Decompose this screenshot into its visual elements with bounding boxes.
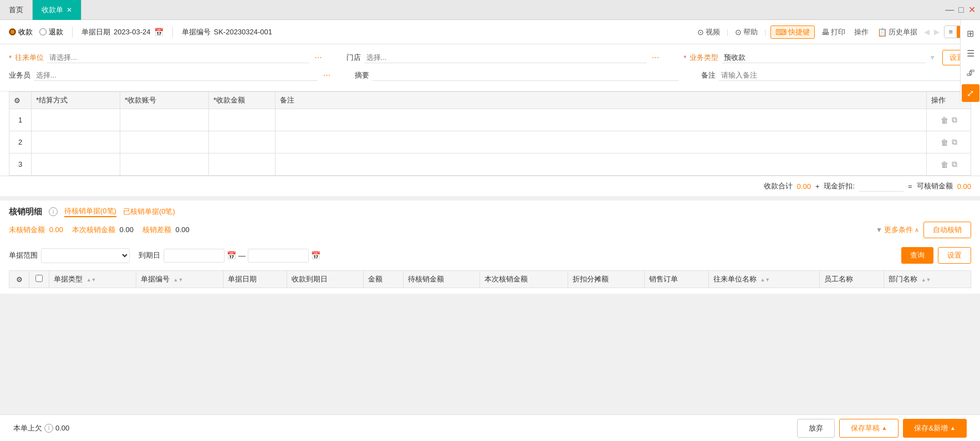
right-sidebar: ⊞ ☰ 🖇 ⤢ [960, 20, 980, 102]
staff-more-btn[interactable]: ··· [321, 70, 333, 80]
row-2-account[interactable] [120, 131, 209, 153]
window-maximize-btn[interactable]: □ [958, 5, 964, 15]
receipt-radio[interactable] [9, 28, 16, 35]
remark-input[interactable] [719, 70, 960, 81]
sidebar-expand-icon[interactable]: ⤢ [962, 84, 979, 102]
total-value: 0.00 [797, 182, 811, 191]
tab-receipt-close[interactable]: ✕ [67, 6, 72, 14]
date-separator: — [238, 252, 246, 260]
table-row: 1 🗑 ⧉ [9, 109, 971, 131]
row-3-account[interactable] [120, 153, 209, 176]
staff-input[interactable] [34, 70, 318, 81]
uncanceled-label: 未核销金额 [9, 225, 45, 234]
draft-btn-label: 保存草稿 [851, 423, 880, 433]
bt-company-sort[interactable]: ▲▼ [760, 278, 770, 283]
row-2-delete-btn[interactable]: 🗑 [941, 138, 948, 147]
footer-stat-info-icon[interactable]: i [44, 424, 53, 433]
row-3-amount[interactable] [209, 153, 275, 176]
business-type-arrow[interactable]: ▼ [929, 54, 936, 61]
sidebar-clip-icon[interactable]: 🖇 [962, 64, 979, 82]
select-all-checkbox[interactable] [35, 275, 43, 282]
shortcut-btn[interactable]: ⌨ 快捷键 [770, 25, 815, 39]
tab-receipt[interactable]: 收款单 ✕ [33, 0, 81, 20]
verif-done-tab[interactable]: 已核销单据(0笔) [123, 207, 175, 217]
verif-pending-tab[interactable]: 待核销单据(0笔) [64, 206, 116, 217]
row-1-remark[interactable] [275, 109, 927, 131]
window-close-btn[interactable]: ✕ [968, 4, 976, 15]
discard-btn[interactable]: 放弃 [797, 419, 835, 438]
row-2-remark[interactable] [275, 131, 927, 153]
table-header-gear[interactable]: ⚙ [9, 92, 32, 109]
date-calendar-icon[interactable]: 📅 [154, 28, 164, 37]
shop-input[interactable] [364, 52, 646, 63]
refund-radio[interactable] [39, 28, 47, 35]
sidebar-list-icon[interactable]: ☰ [962, 44, 979, 62]
bt-header-due: 收款到期日 [287, 271, 364, 288]
counterpart-more-btn[interactable]: ··· [312, 53, 324, 63]
range-select[interactable] [41, 248, 130, 263]
video-btn[interactable]: ⊙ 视频 [695, 26, 722, 38]
row-3-delete-btn[interactable]: 🗑 [941, 160, 948, 169]
help-btn[interactable]: ⊙ 帮助 [733, 26, 760, 38]
business-type-label: 业务类型 [690, 53, 718, 63]
row-2-copy-btn[interactable]: ⧉ [952, 137, 957, 147]
bt-header-gear[interactable]: ⚙ [9, 271, 29, 288]
gear-icon-header: ⚙ [14, 96, 21, 105]
counterpart-input[interactable] [47, 52, 309, 63]
date-from-calendar-icon[interactable]: 📅 [227, 251, 236, 260]
discount-label: 现金折扣: [824, 181, 855, 191]
row-3-copy-btn[interactable]: ⧉ [952, 160, 957, 169]
tab-home[interactable]: 首页 [0, 0, 33, 20]
print-btn[interactable]: 🖶 打印 [819, 26, 848, 38]
table-row: 2 🗑 ⧉ [9, 131, 971, 153]
query-btn[interactable]: 查询 [901, 247, 933, 264]
business-type-star: * [683, 54, 686, 62]
row-3-remark[interactable] [275, 153, 927, 176]
bt-number-sort[interactable]: ▲▼ [173, 278, 183, 283]
filter-settings-btn[interactable]: 设置 [938, 247, 971, 264]
row-1-delete-btn[interactable]: 🗑 [941, 116, 948, 125]
receipt-type-group: 收款 退款 [9, 27, 63, 37]
row-1-amount[interactable] [209, 109, 275, 131]
bt-dept-sort[interactable]: ▲▼ [921, 278, 931, 283]
history-btn[interactable]: 📋 历史单据 [875, 26, 920, 38]
discount-input[interactable] [859, 181, 904, 192]
more-conditions-btn[interactable]: ▼ 更多条件 ∧ [876, 225, 919, 235]
verif-header: 核销明细 i 待核销单据(0笔) 已核销单据(0笔) [9, 206, 971, 217]
more-conditions-label: 更多条件 [884, 225, 913, 235]
row-2-idx: 2 [9, 131, 32, 153]
bt-header-checkbox[interactable] [29, 271, 49, 288]
summary-input[interactable] [372, 70, 678, 81]
save-new-btn[interactable]: 保存&新增 ▲ [903, 419, 967, 438]
operation-btn[interactable]: 操作 [852, 26, 871, 38]
layout-list-btn[interactable]: ≡ [945, 26, 957, 38]
business-type-input[interactable] [722, 52, 926, 63]
window-minimize-btn[interactable]: — [945, 5, 954, 15]
row-2-settle[interactable] [32, 131, 120, 153]
row-1-account[interactable] [120, 109, 209, 131]
shop-more-btn[interactable]: ··· [650, 53, 661, 63]
form-area: * 往来单位 ··· 门店 ··· * 业务类型 ▼ 设置 [0, 44, 980, 91]
refund-radio-label[interactable]: 退款 [39, 27, 63, 37]
total-label: 收款合计 [764, 181, 793, 191]
range-field: 单据范围 [9, 248, 130, 263]
date-to-input[interactable]: 2022-04-12 [248, 249, 309, 263]
shop-field: 门店 ··· [346, 52, 662, 63]
receipt-radio-label[interactable]: 收款 [9, 27, 33, 37]
row-3-settle[interactable] [32, 153, 120, 176]
date-to-calendar-icon[interactable]: 📅 [311, 251, 320, 260]
row-1-settle[interactable] [32, 109, 120, 131]
bt-type-sort[interactable]: ▲▼ [86, 278, 96, 283]
business-type-field: * 业务类型 ▼ [683, 52, 936, 63]
sidebar-table-icon[interactable]: ⊞ [962, 24, 979, 42]
auto-cancel-btn[interactable]: 自动核销 [923, 222, 971, 238]
bt-header-dept: 部门名称 ▲▼ [884, 271, 971, 288]
due-date-field: 到期日 2022-04-01 📅 — 2022-04-12 📅 [139, 249, 320, 263]
row-1-copy-btn[interactable]: ⧉ [952, 115, 957, 125]
date-from-input[interactable]: 2022-04-01 [164, 249, 224, 263]
bt-company-label: 往来单位名称 [713, 275, 757, 283]
draft-btn[interactable]: 保存草稿 ▲ [839, 419, 899, 438]
verif-info-icon[interactable]: i [49, 207, 58, 216]
row-2-amount[interactable] [209, 131, 275, 153]
save-new-btn-arrow: ▲ [950, 425, 956, 431]
